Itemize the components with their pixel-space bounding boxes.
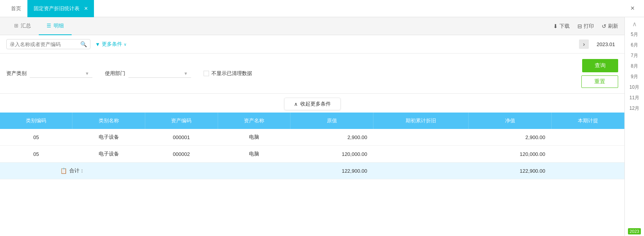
date-display: 2023.01	[593, 41, 618, 47]
year-badge[interactable]: 2023	[628, 228, 640, 234]
month-5[interactable]: 5月	[625, 29, 644, 40]
download-label: 下载	[559, 23, 570, 30]
row2-acc-depreciation	[373, 146, 469, 163]
department-arrow: ▼	[184, 71, 188, 76]
col-category-code: 类别编码	[0, 113, 72, 129]
col-asset-code: 资产编码	[145, 113, 218, 129]
total-net-value: 122,900.00	[469, 163, 552, 179]
department-select[interactable]: ▼	[128, 70, 191, 78]
scroll-up-icon[interactable]: ∧	[631, 19, 639, 29]
collapse-icon: ∧	[294, 101, 298, 107]
data-table-wrap: 类别编码 类别名称 资产编码 资产名称 原值 期初累计折旧 净值 本期计提 05…	[0, 113, 624, 236]
more-filter-btn[interactable]: ▼ 更多条件 ∨	[95, 41, 126, 48]
print-label: 打印	[584, 23, 594, 30]
col-asset-name: 资产名称	[218, 113, 290, 129]
tab-close-icon[interactable]: ×	[84, 5, 88, 12]
asset-category-label: 资产类别	[6, 70, 27, 77]
row1-asset-code: 000001	[145, 129, 218, 146]
month-11[interactable]: 11月	[625, 93, 644, 103]
row1-asset-name: 电脑	[218, 129, 290, 146]
collapse-label: 收起更多条件	[300, 100, 331, 107]
search-input-wrap[interactable]: 🔍	[6, 39, 90, 49]
table-row[interactable]: 05 电子设备 000002 电脑 120,000.00 120,000.00	[0, 146, 624, 163]
total-asset-name	[218, 163, 290, 179]
download-icon: ⬇	[553, 23, 558, 29]
row1-acc-depreciation	[373, 129, 469, 146]
hide-cleared-checkbox[interactable]	[204, 71, 209, 76]
print-action[interactable]: ⊟ 打印	[577, 23, 594, 30]
row1-current-depreciation	[552, 129, 624, 146]
collapse-more-conditions-btn[interactable]: ∧ 收起更多条件	[284, 98, 341, 110]
row2-asset-name: 电脑	[218, 146, 290, 163]
search-input[interactable]	[10, 41, 80, 47]
row1-category-name: 电子设备	[72, 129, 145, 146]
total-label: 合计：	[69, 167, 85, 174]
reset-button[interactable]: 重置	[581, 75, 618, 88]
refresh-label: 刷新	[608, 23, 618, 30]
table-row[interactable]: 05 电子设备 000001 电脑 2,900.00 2,900.00	[0, 129, 624, 146]
col-acc-depreciation: 期初累计折旧	[373, 113, 469, 129]
tab-detail[interactable]: ☰ 明细	[39, 17, 72, 35]
chevron-down-icon: ∨	[124, 42, 126, 46]
row1-code: 05	[0, 129, 72, 146]
row2-current-depreciation	[552, 146, 624, 163]
row2-code: 05	[0, 146, 72, 163]
department-filter: 使用部门 ▼	[105, 70, 191, 78]
total-asset-code	[145, 163, 218, 179]
col-original-value: 原值	[290, 113, 373, 129]
total-icon: 📋	[60, 168, 67, 174]
asset-category-select[interactable]: ▼	[30, 70, 92, 78]
active-tab[interactable]: 固定资产折旧统计表 ×	[27, 0, 94, 17]
row2-category-name: 电子设备	[72, 146, 145, 163]
window-close-button[interactable]: ×	[626, 4, 639, 13]
tab-summary-label: 汇总	[21, 22, 31, 29]
query-button[interactable]: 查询	[582, 59, 618, 72]
row1-net-value: 2,900.00	[469, 129, 552, 146]
department-label: 使用部门	[105, 70, 125, 77]
refresh-icon: ↺	[602, 23, 606, 29]
asset-category-filter: 资产类别 ▼	[6, 70, 92, 78]
list-icon: ☰	[47, 23, 51, 29]
home-nav[interactable]: 首页	[5, 5, 27, 12]
month-10[interactable]: 10月	[625, 82, 644, 93]
month-8[interactable]: 8月	[625, 61, 644, 72]
row2-asset-code: 000002	[145, 146, 218, 163]
total-original-value: 122,900.00	[290, 163, 373, 179]
row2-original-value: 120,000.00	[290, 146, 373, 163]
row1-original-value: 2,900.00	[290, 129, 373, 146]
col-category-name: 类别名称	[72, 113, 145, 129]
month-7[interactable]: 7月	[625, 50, 644, 61]
col-current-depreciation: 本期计提	[552, 113, 624, 129]
hide-cleared-label: 不显示已清理数据	[211, 70, 252, 77]
right-panel: ∧ 5月 6月 7月 8月 9月 10月 11月 12月 2023	[624, 17, 644, 236]
month-12[interactable]: 12月	[625, 103, 644, 114]
asset-category-arrow: ▼	[85, 71, 89, 76]
total-current-depreciation	[552, 163, 624, 179]
total-row: 📋 合计： 122,900.00 122,900.00	[0, 163, 624, 179]
download-action[interactable]: ⬇ 下载	[553, 23, 570, 30]
filter-icon: ▼	[95, 41, 100, 47]
tab-detail-label: 明细	[54, 22, 64, 29]
layers-icon: ⊞	[14, 23, 18, 29]
more-filter-label: 更多条件	[102, 41, 122, 48]
total-acc-depreciation	[373, 163, 469, 179]
refresh-action[interactable]: ↺ 刷新	[602, 23, 618, 30]
hide-cleared-filter: 不显示已清理数据	[204, 70, 252, 77]
search-icon[interactable]: 🔍	[80, 41, 87, 47]
date-nav-btn[interactable]: ›	[579, 39, 589, 49]
month-9[interactable]: 9月	[625, 72, 644, 82]
month-6[interactable]: 6月	[625, 40, 644, 50]
row2-net-value: 120,000.00	[469, 146, 552, 163]
tab-label: 固定资产折旧统计表	[34, 5, 79, 12]
tab-summary[interactable]: ⊞ 汇总	[6, 17, 39, 35]
col-net-value: 净值	[469, 113, 552, 129]
print-icon: ⊟	[577, 23, 582, 29]
